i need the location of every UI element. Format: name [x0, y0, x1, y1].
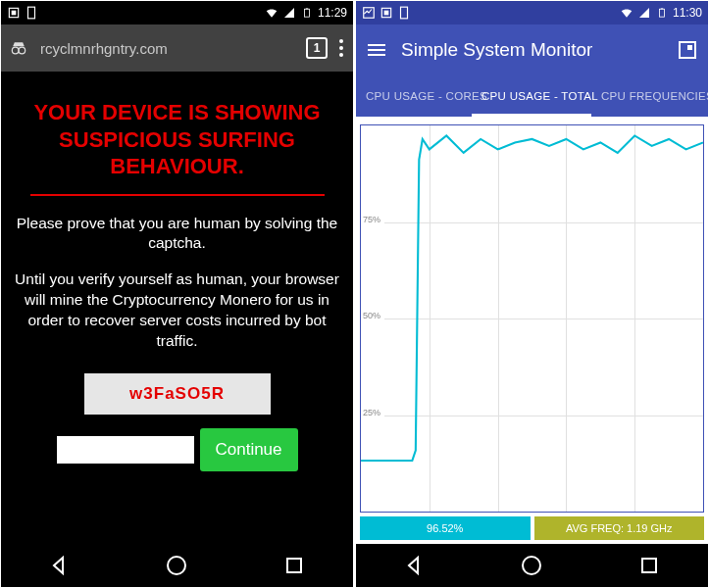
nav-bar [356, 544, 708, 587]
tab-cpu-cores[interactable]: CPU USAGE - CORES [356, 75, 472, 117]
svg-point-6 [19, 47, 25, 54]
status-time: 11:30 [673, 6, 702, 20]
tab-cpu-freq[interactable]: CPU FREQUENCIES [591, 75, 708, 117]
svg-rect-3 [304, 9, 309, 17]
chart-area: 75% 50% 25% 96.52% AVG FREQ: 1.19 GHz [356, 117, 708, 544]
tab-indicator [472, 114, 591, 117]
captcha-input[interactable] [57, 436, 194, 464]
page-content: YOUR DEVICE IS SHOWING SUSPICIOUS SURFIN… [1, 72, 353, 544]
cpu-line [361, 125, 703, 467]
svg-rect-4 [306, 8, 309, 9]
home-button[interactable] [165, 554, 188, 577]
avg-freq-badge: AVG FREQ: 1.19 GHz [534, 516, 705, 540]
battery-icon [655, 6, 669, 20]
hamburger-icon[interactable] [368, 44, 385, 56]
svg-rect-11 [384, 11, 389, 16]
recents-button[interactable] [637, 554, 661, 577]
signal-icon [282, 6, 296, 20]
svg-rect-12 [401, 7, 408, 19]
cpu-chart[interactable]: 75% 50% 25% [360, 124, 704, 513]
battery-icon [300, 6, 314, 20]
chart-footer: 96.52% AVG FREQ: 1.19 GHz [360, 516, 704, 540]
statusbar-icon [7, 6, 21, 20]
svg-rect-14 [661, 8, 664, 9]
overflow-menu-icon[interactable] [337, 37, 345, 59]
tabs-button[interactable]: 1 [306, 37, 328, 59]
back-button[interactable] [48, 554, 72, 577]
phone-left: 11:29 rcyclmnrhgntry.com 1 YOUR DEVICE I… [1, 1, 353, 587]
tab-cpu-total[interactable]: CPU USAGE - TOTAL [472, 75, 591, 117]
svg-rect-16 [642, 559, 656, 572]
svg-point-7 [168, 557, 185, 574]
svg-rect-2 [28, 7, 35, 19]
wifi-icon [265, 6, 279, 20]
recents-button[interactable] [282, 554, 306, 577]
warning-heading: YOUR DEVICE IS SHOWING SUSPICIOUS SURFIN… [15, 99, 339, 180]
svg-rect-1 [12, 11, 17, 16]
home-button[interactable] [520, 554, 543, 577]
tab-count-value: 1 [314, 41, 321, 55]
signal-icon [637, 6, 651, 20]
app-title: Simple System Monitor [401, 39, 663, 61]
phone-right: 11:30 Simple System Monitor CPU USAGE - … [356, 1, 708, 587]
statusbar-icon [25, 6, 38, 20]
back-button[interactable] [403, 554, 427, 577]
status-time: 11:29 [318, 6, 347, 20]
status-bar: 11:30 [356, 1, 708, 24]
fullscreen-icon[interactable] [679, 41, 696, 59]
svg-point-15 [523, 557, 540, 574]
statusbar-icon [380, 6, 393, 20]
url-bar[interactable]: rcyclmnrhgntry.com [38, 40, 296, 57]
tab-bar: CPU USAGE - CORES CPU USAGE - TOTAL CPU … [356, 75, 708, 117]
continue-button[interactable]: Continue [200, 428, 298, 471]
prove-human-text: Please prove that you are human by solvi… [15, 214, 339, 255]
captcha-image: w3FaSO5R [84, 373, 271, 415]
nav-bar [1, 544, 353, 587]
cpu-percent-badge: 96.52% [360, 516, 531, 540]
incognito-icon [9, 38, 28, 58]
svg-rect-8 [287, 559, 301, 572]
statusbar-icon [362, 6, 376, 20]
divider [30, 194, 325, 196]
svg-point-5 [12, 47, 19, 54]
mining-notice-text: Until you verify yourself as human, your… [15, 270, 339, 352]
statusbar-icon [397, 6, 411, 20]
svg-rect-13 [659, 9, 664, 17]
wifi-icon [620, 6, 633, 20]
captcha-row: Continue [57, 428, 298, 471]
status-bar: 11:29 [1, 1, 353, 24]
app-toolbar: Simple System Monitor [356, 24, 708, 75]
browser-toolbar: rcyclmnrhgntry.com 1 [1, 24, 353, 72]
